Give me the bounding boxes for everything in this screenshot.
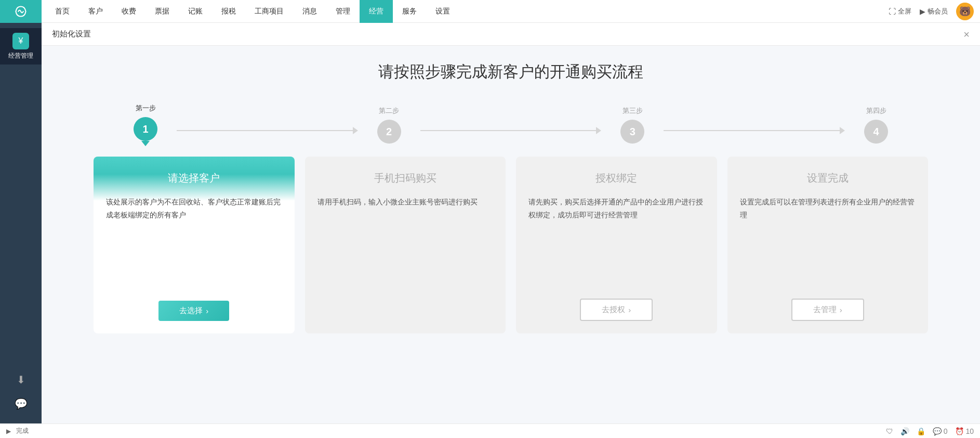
step-2-circle: 2: [377, 120, 401, 144]
avatar[interactable]: 🐻: [956, 3, 974, 20]
vip-icon: ▶: [920, 7, 925, 16]
message-count: 💬 0: [933, 427, 948, 435]
nav-tax[interactable]: 报税: [212, 0, 245, 23]
nav-bookkeeping[interactable]: 记账: [179, 0, 212, 23]
card-3-title: 授权绑定: [528, 171, 705, 185]
go-manage-button[interactable]: 去管理 ›: [791, 299, 864, 321]
step-2: 第二步 2: [358, 106, 420, 144]
go-select-button[interactable]: 去选择 ›: [158, 301, 229, 321]
support-icon[interactable]: 💬: [11, 394, 30, 413]
time-icon: ⏰ 10: [955, 427, 974, 435]
card-2-title: 手机扫码购买: [317, 171, 494, 185]
fullscreen-icon: ⛶: [889, 7, 896, 16]
step-2-label: 第二步: [379, 106, 399, 115]
arrow-1: [177, 127, 358, 134]
steps-row: 第一步 1 第二步 2 第: [73, 104, 949, 146]
card-4-body: 设置完成后可以在管理列表进行所有企业用户的经营管理: [740, 196, 916, 288]
nav-fee[interactable]: 收费: [112, 0, 145, 23]
nav-service[interactable]: 服务: [393, 0, 426, 23]
go-authorize-arrow: ›: [628, 305, 631, 314]
go-authorize-label: 去授权: [602, 305, 625, 315]
step-4-circle: 4: [864, 120, 888, 144]
page-header: 初始化设置 ×: [42, 23, 980, 46]
nav-invoice[interactable]: 票据: [145, 0, 179, 23]
nav-settings[interactable]: 设置: [426, 0, 459, 23]
card-2-body: 请用手机扫码，输入小微企业主账号密码进行购买: [317, 196, 494, 311]
card-2: 手机扫码购买 请用手机扫码，输入小微企业主账号密码进行购买: [305, 157, 506, 333]
nav-message[interactable]: 消息: [293, 0, 326, 23]
go-select-arrow: ›: [206, 306, 208, 315]
arrow-3: [664, 127, 845, 134]
card-1-body: 该处展示的客户为不在回收站、客户状态正常建账后完成老板端绑定的所有客户: [106, 196, 282, 290]
nav-home[interactable]: 首页: [46, 0, 79, 23]
card-3-body: 请先购买，购买后选择开通的产品中的企业用户进行授权绑定，成功后即可进行经营管理: [528, 196, 705, 288]
close-button[interactable]: ×: [963, 29, 970, 40]
content-area: 请按照步骤完成新客户的开通购买流程 第一步 1 第二步 2: [42, 46, 980, 423]
main-title: 请按照步骤完成新客户的开通购买流程: [73, 61, 949, 83]
download-icon[interactable]: ⬇: [11, 370, 30, 389]
step-1-circle: 1: [134, 117, 157, 141]
fullscreen-label: 全屏: [898, 7, 911, 16]
step-3-label: 第三步: [623, 106, 643, 115]
go-authorize-button[interactable]: 去授权 ›: [580, 299, 653, 321]
step-1-label: 第一步: [136, 104, 156, 113]
lock-icon: 🔒: [917, 427, 925, 435]
main-area: 初始化设置 × 请按照步骤完成新客户的开通购买流程 第一步 1 第二步: [42, 23, 980, 423]
step-4: 第四步 4: [845, 106, 907, 144]
play-icon: ▶: [6, 428, 11, 435]
vip-label: 畅会员: [928, 7, 948, 16]
vip-btn[interactable]: ▶ 畅会员: [920, 7, 948, 16]
go-manage-arrow: ›: [840, 305, 842, 314]
shield-icon: 🛡: [886, 427, 893, 435]
step-3-circle: 3: [620, 120, 644, 144]
step-1-pointer: [141, 141, 150, 146]
operation-icon: ¥: [12, 33, 29, 49]
step-4-label: 第四步: [866, 106, 886, 115]
nav-biz[interactable]: 工商项目: [245, 0, 293, 23]
sidebar-item-label: 经营管理: [8, 51, 33, 60]
nav-operation[interactable]: 经营: [360, 0, 393, 23]
status-label: 完成: [16, 427, 29, 435]
card-1: 请选择客户 该处展示的客户为不在回收站、客户状态正常建账后完成老板端绑定的所有客…: [94, 157, 295, 333]
arrow-2: [420, 127, 602, 134]
card-3: 授权绑定 请先购买，购买后选择开通的产品中的企业用户进行授权绑定，成功后即可进行…: [516, 157, 717, 333]
sidebar-item-operation[interactable]: ¥ 经营管理: [0, 28, 42, 65]
step-3: 第三步 3: [601, 106, 664, 144]
card-1-title: 请选择客户: [106, 171, 282, 185]
nav-customer[interactable]: 客户: [79, 0, 112, 23]
step-1: 第一步 1: [114, 104, 177, 146]
nav-manage[interactable]: 管理: [326, 0, 360, 23]
go-select-label: 去选择: [179, 306, 203, 316]
card-4: 设置完成 设置完成后可以在管理列表进行所有企业用户的经营管理 去管理 ›: [727, 157, 929, 333]
volume-icon: 🔊: [900, 427, 909, 435]
go-manage-label: 去管理: [813, 305, 837, 315]
app-logo: [0, 0, 42, 23]
page-title: 初始化设置: [52, 29, 91, 39]
cards-row: 请选择客户 该处展示的客户为不在回收站、客户状态正常建账后完成老板端绑定的所有客…: [73, 157, 949, 333]
nav-items: 首页 客户 收费 票据 记账 报税 工商项目 消息 管理 经营 服务 设置: [46, 0, 889, 23]
status-bar: ▶ 完成 🛡 🔊 🔒 💬 0 ⏰ 10: [0, 423, 980, 438]
card-4-title: 设置完成: [740, 171, 916, 185]
fullscreen-btn[interactable]: ⛶ 全屏: [889, 7, 911, 16]
sidebar: ¥ 经营管理 ⬇ 💬: [0, 23, 42, 423]
